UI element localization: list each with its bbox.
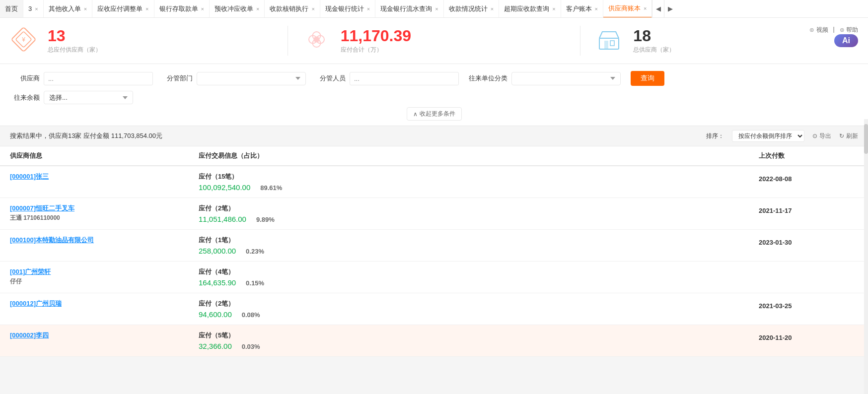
supplier-link[interactable]: [000007]恒旺二手叉车: [10, 204, 74, 212]
scrollbar-thumb[interactable]: [864, 124, 868, 154]
nav-right-arrow[interactable]: ▶: [664, 0, 676, 18]
svg-rect-10: [610, 41, 614, 46]
supplier-link[interactable]: [000100]本特勤油品有限公司: [10, 236, 94, 244]
link-separator: |: [833, 26, 835, 34]
refresh-icon: ↻: [839, 132, 844, 139]
stat-divider-1: [288, 26, 288, 56]
tx-row: 100,092,540.00 89.61%: [199, 183, 759, 192]
person-label: 分管人员: [316, 74, 346, 83]
close-icon[interactable]: ×: [367, 6, 370, 12]
nav-payment-verify[interactable]: 收款核销执行 ×: [265, 0, 320, 18]
close-icon[interactable]: ×: [256, 6, 259, 12]
nav-3-label: 3: [28, 5, 32, 12]
table-row: [001]广州荣轩 仔仔 应付（4笔） 164,635.90 0.15%: [0, 262, 868, 293]
svg-text:¥: ¥: [21, 36, 25, 43]
supplier-col: [000012]广州贝瑞: [10, 299, 199, 308]
col-header-transaction: 应付交易信息（占比）: [199, 151, 759, 160]
refresh-button[interactable]: ↻ 刷新: [839, 132, 858, 140]
col-header-supplier: 供应商信息: [10, 151, 199, 160]
nav-receipt-stat[interactable]: 收款情况统计 ×: [444, 0, 499, 18]
nav-other-income-label: 其他收入单: [49, 4, 81, 13]
tx-amount[interactable]: 32,366.00: [199, 342, 232, 350]
nav-supplier-ledger-label: 供应商账本: [608, 4, 641, 13]
balance-select[interactable]: 选择...: [44, 91, 133, 104]
category-select[interactable]: [511, 72, 621, 85]
help-link[interactable]: ⊙ 帮助: [840, 26, 858, 34]
tx-amount[interactable]: 94,600.00: [199, 310, 232, 319]
department-select[interactable]: [197, 72, 306, 85]
person-input[interactable]: [350, 72, 459, 85]
tx-percent: 0.15%: [246, 279, 264, 287]
lastpay-col: [759, 267, 858, 270]
close-icon[interactable]: ×: [491, 6, 494, 12]
tx-amount[interactable]: 11,051,486.00: [199, 215, 246, 223]
scrollbar[interactable]: [864, 119, 868, 394]
lastpay-col: 2021-11-17: [759, 204, 858, 214]
tx-amount[interactable]: 164,635.90: [199, 278, 236, 287]
supplier-col: [000100]本特勤油品有限公司: [10, 236, 199, 245]
stats-header: ¥ 13 总应付供应商（家） 11,170.39 应付合计（万）: [0, 18, 868, 64]
nav-customer-ledger[interactable]: 客户账本 ×: [561, 0, 603, 18]
nav-bank-deposit-label: 银行存取款单: [159, 4, 198, 13]
nav-overdue-query[interactable]: 超期应收款查询 ×: [499, 0, 561, 18]
supplier-sub: 仔仔: [10, 277, 199, 286]
nav-cash-bank-flow[interactable]: 现金银行流水查询 ×: [375, 0, 443, 18]
ai-badge[interactable]: Ai: [834, 34, 858, 47]
close-icon[interactable]: ×: [35, 6, 38, 12]
close-icon[interactable]: ×: [435, 6, 438, 12]
nav-left-arrow[interactable]: ◀: [652, 0, 664, 18]
nav-bank-deposit[interactable]: 银行存取款单 ×: [154, 0, 210, 18]
payable-suppliers-number: 13: [48, 28, 101, 44]
supplier-field: 供应商: [10, 72, 153, 85]
collapse-button[interactable]: ∧ 收起更多条件: [407, 107, 462, 121]
nav-ar-ap-adjust-label: 应收应付调整单: [97, 4, 143, 13]
tx-amount[interactable]: 100,092,540.00: [199, 183, 250, 192]
tx-percent: 9.89%: [256, 216, 275, 223]
nav-home[interactable]: 首页: [0, 0, 23, 18]
transaction-col: 应付（4笔） 164,635.90 0.15%: [199, 267, 759, 287]
tx-amount[interactable]: 258,000.00: [199, 247, 236, 255]
sort-select[interactable]: 按应付余额倒序排序: [732, 130, 804, 142]
supplier-link[interactable]: [000012]广州贝瑞: [10, 300, 62, 307]
tx-label: 应付（2笔）: [199, 299, 759, 308]
close-icon[interactable]: ×: [145, 6, 148, 12]
stat-block-payable-total: 11,170.39 应付合计（万）: [303, 26, 566, 56]
nav-supplier-ledger[interactable]: 供应商账本 ×: [603, 0, 652, 18]
search-row-2: 往来余额 选择...: [10, 91, 858, 104]
tx-percent: 89.61%: [260, 184, 282, 192]
table-row: [000002]李四 应付（5笔） 32,366.00 0.03% 2020-1…: [0, 325, 868, 357]
nav-prepay-offset-label: 预收冲应收单: [215, 4, 253, 13]
export-button[interactable]: ⊙ 导出: [812, 132, 831, 140]
supplier-link[interactable]: [001]广州荣轩: [10, 268, 51, 275]
nav-cash-bank-flow-label: 现金银行流水查询: [380, 4, 432, 13]
nav-other-income[interactable]: 其他收入单 ×: [44, 0, 92, 18]
export-icon: ⊙: [812, 132, 817, 139]
tx-label: 应付（1笔）: [199, 236, 759, 245]
search-button[interactable]: 查询: [631, 71, 664, 86]
tx-percent: 0.08%: [242, 311, 260, 319]
supplier-link[interactable]: [000001]张三: [10, 173, 49, 180]
table-row: [000012]广州贝瑞 应付（2笔） 94,600.00 0.08% 2021…: [0, 293, 868, 325]
close-icon[interactable]: ×: [201, 6, 204, 12]
tx-row: 94,600.00 0.08%: [199, 310, 759, 319]
close-icon[interactable]: ×: [644, 5, 647, 11]
video-link[interactable]: ⊙ 视频: [809, 26, 828, 34]
diamond-icon: ¥: [10, 26, 40, 56]
nav-cash-bank-stat[interactable]: 现金银行统计 ×: [320, 0, 375, 18]
tx-row: 11,051,486.00 9.89%: [199, 215, 759, 223]
close-icon[interactable]: ×: [84, 6, 87, 12]
supplier-input[interactable]: [44, 72, 153, 85]
category-label: 往来单位分类: [469, 74, 507, 83]
supplier-col: [000007]恒旺二手叉车 王通 17106110000: [10, 204, 199, 222]
transaction-col: 应付（2笔） 11,051,486.00 9.89%: [199, 204, 759, 223]
payable-suppliers-label: 总应付供应商（家）: [48, 46, 101, 54]
refresh-label: 刷新: [846, 132, 858, 140]
transaction-col: 应付（1笔） 258,000.00 0.23%: [199, 236, 759, 255]
close-icon[interactable]: ×: [311, 6, 314, 12]
close-icon[interactable]: ×: [552, 6, 555, 12]
nav-ar-ap-adjust[interactable]: 应收应付调整单 ×: [92, 0, 154, 18]
supplier-link[interactable]: [000002]李四: [10, 331, 49, 339]
nav-tab-3[interactable]: 3 ×: [23, 0, 44, 18]
nav-prepay-offset[interactable]: 预收冲应收单 ×: [210, 0, 265, 18]
close-icon[interactable]: ×: [595, 6, 598, 12]
